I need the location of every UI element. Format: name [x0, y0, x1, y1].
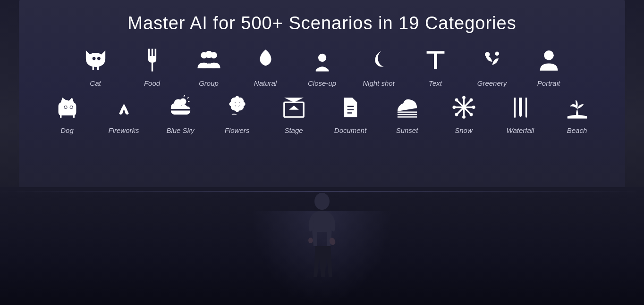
text-icon [423, 45, 449, 75]
icon-item-text: Text [407, 45, 464, 87]
cat-icon [83, 45, 109, 75]
icon-item-nightshot: Night shot [350, 45, 407, 87]
icon-item-document: Document [322, 92, 379, 134]
food-icon [139, 45, 165, 75]
presenter-silhouette [303, 190, 341, 279]
text-label: Text [429, 79, 442, 87]
icon-item-group: Group [180, 45, 237, 87]
svg-point-7 [64, 106, 67, 108]
icon-item-flowers: Flowers [209, 92, 265, 134]
svg-point-5 [495, 51, 499, 56]
icon-item-snow: Snow [435, 92, 492, 134]
waterfall-label: Waterfall [507, 126, 534, 134]
icon-row-2: Dog Fireworks [24, 92, 620, 134]
icon-item-closeup: Close-up [294, 45, 350, 87]
group-icon [196, 45, 222, 75]
svg-point-3 [318, 54, 326, 62]
closeup-icon [309, 45, 335, 75]
fireworks-label: Fireworks [108, 126, 139, 134]
svg-point-41 [469, 99, 473, 102]
icon-item-fireworks: Fireworks [95, 92, 152, 134]
closeup-label: Close-up [308, 79, 336, 87]
icon-item-natural: Natural [237, 45, 294, 87]
food-label: Food [144, 79, 160, 87]
svg-point-42 [455, 113, 458, 116]
icons-grid: Cat Food [24, 45, 620, 134]
document-label: Document [334, 126, 366, 134]
sunset-label: Sunset [396, 126, 418, 134]
natural-label: Natural [254, 79, 277, 87]
svg-point-11 [179, 99, 186, 105]
svg-point-6 [544, 50, 554, 60]
stage-icon [281, 92, 307, 123]
snow-icon [451, 92, 477, 123]
icon-row-1: Cat Food [24, 45, 620, 87]
greenery-label: Greenery [477, 79, 507, 87]
icon-item-portrait: Portrait [520, 45, 577, 87]
icon-item-bluesky: Blue Sky [152, 92, 209, 134]
page-title: Master AI for 500+ Scenarios in 19 Categ… [0, 13, 644, 33]
icon-item-cat: Cat [67, 45, 124, 87]
svg-point-9 [122, 104, 125, 107]
svg-point-35 [462, 96, 466, 99]
icon-item-food: Food [124, 45, 180, 87]
icon-item-sunset: Sunset [379, 92, 435, 134]
icon-item-waterfall: Waterfall [492, 92, 549, 134]
icon-item-greenery: Greenery [464, 45, 520, 87]
beach-icon [564, 92, 590, 123]
dog-label: Dog [60, 126, 74, 134]
svg-point-36 [462, 115, 466, 119]
bluesky-label: Blue Sky [166, 126, 194, 134]
svg-point-37 [452, 106, 456, 109]
group-label: Group [199, 79, 219, 87]
flowers-label: Flowers [225, 126, 250, 134]
svg-point-4 [485, 52, 490, 57]
svg-point-38 [472, 106, 475, 109]
svg-point-39 [455, 99, 458, 102]
svg-point-2 [205, 51, 212, 58]
portrait-icon [536, 45, 562, 75]
icon-item-dog: Dog [39, 92, 95, 134]
svg-point-8 [70, 106, 72, 108]
presentation-scene: Master AI for 500+ Scenarios in 19 Categ… [0, 0, 644, 305]
document-icon [338, 92, 364, 123]
svg-line-12 [184, 95, 185, 97]
svg-line-13 [187, 98, 188, 99]
snow-label: Snow [455, 126, 473, 134]
cat-label: Cat [90, 79, 101, 87]
svg-point-45 [308, 238, 313, 243]
bluesky-icon [168, 92, 194, 123]
greenery-icon [479, 45, 505, 75]
svg-point-43 [314, 193, 330, 210]
beach-label: Beach [567, 126, 587, 134]
stage-label: Stage [284, 126, 303, 134]
waterfall-icon [508, 92, 534, 123]
icon-item-beach: Beach [549, 92, 605, 134]
sunset-icon [394, 92, 420, 123]
natural-icon [253, 45, 279, 75]
icon-item-stage: Stage [265, 92, 322, 134]
portrait-label: Portrait [537, 79, 560, 87]
nightshot-label: Night shot [363, 79, 395, 87]
flowers-icon [224, 92, 250, 123]
nightshot-icon [366, 45, 392, 75]
svg-point-40 [469, 113, 473, 116]
dog-icon [54, 92, 80, 123]
fireworks-icon [111, 92, 137, 123]
